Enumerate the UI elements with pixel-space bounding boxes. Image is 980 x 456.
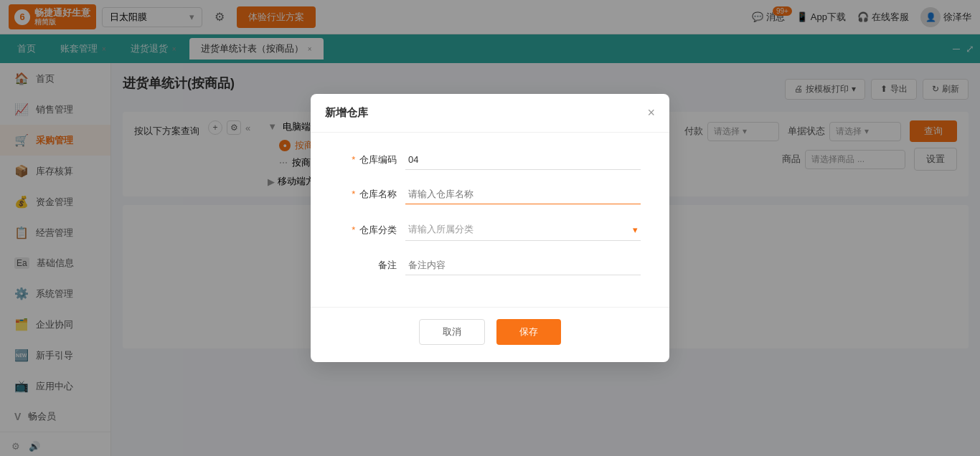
remark-label: 备注 (339, 259, 397, 272)
new-warehouse-modal: 新增仓库 × * 仓库编码 * 仓库名称 * 仓库分 (311, 94, 669, 362)
form-row-remark: 备注 (339, 255, 641, 275)
cancel-button[interactable]: 取消 (419, 319, 485, 345)
category-label: * 仓库分类 (339, 224, 397, 237)
modal-close-button[interactable]: × (647, 105, 655, 120)
remark-input[interactable] (405, 255, 641, 275)
modal-footer: 取消 保存 (311, 307, 669, 362)
name-label: * 仓库名称 (339, 188, 397, 201)
modal-title: 新增仓库 (325, 106, 368, 120)
modal-header: 新增仓库 × (311, 94, 669, 133)
code-label: * 仓库编码 (339, 153, 397, 166)
name-input[interactable] (405, 184, 641, 204)
modal-body: * 仓库编码 * 仓库名称 * 仓库分类 请输入所属分类 ▾ (311, 133, 669, 307)
modal-overlay[interactable]: 新增仓库 × * 仓库编码 * 仓库名称 * 仓库分 (0, 0, 980, 456)
category-select-arrow: ▾ (633, 224, 638, 235)
category-placeholder: 请输入所属分类 (408, 223, 473, 236)
form-row-code: * 仓库编码 (339, 150, 641, 170)
category-select[interactable]: 请输入所属分类 ▾ (405, 219, 641, 241)
code-input[interactable] (405, 150, 641, 170)
form-row-name: * 仓库名称 (339, 184, 641, 204)
form-row-category: * 仓库分类 请输入所属分类 ▾ (339, 219, 641, 241)
save-button[interactable]: 保存 (496, 319, 561, 345)
